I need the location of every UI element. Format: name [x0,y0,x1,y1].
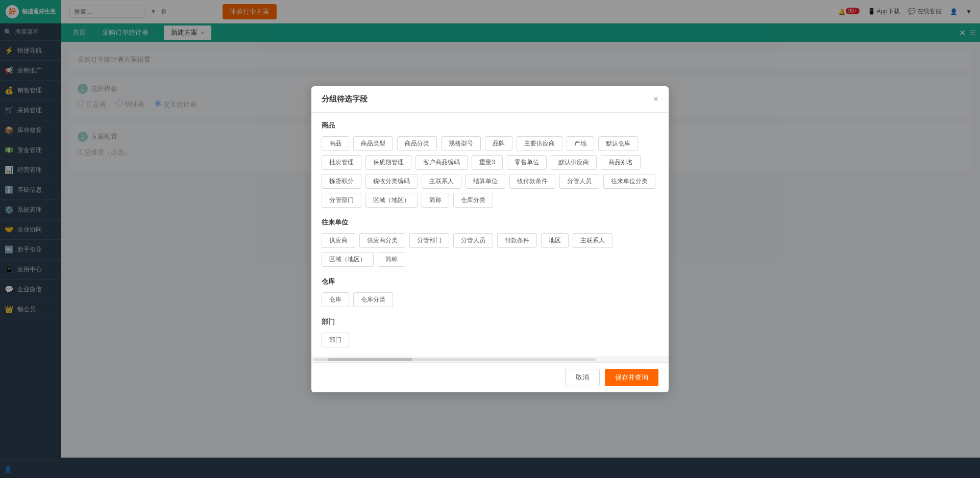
field-tag-0-18[interactable]: 结算单位 [465,174,505,189]
field-tags-3: 部门 [322,333,658,347]
field-tag-3-0[interactable]: 部门 [322,333,349,347]
field-tag-1-0[interactable]: 供应商 [322,233,355,248]
modal-hscroll [311,357,669,362]
field-tag-1-8[interactable]: 简称 [378,252,405,267]
cancel-button[interactable]: 取消 [565,369,600,386]
field-tag-0-16[interactable]: 税收分类编码 [365,174,418,189]
field-tags-1: 供应商供应商分类分管部门分管人员付款条件地区主联系人区域（地区）简称 [322,233,658,267]
modal-title: 分组待选字段 [322,94,368,104]
save-query-button[interactable]: 保存并查询 [605,369,658,386]
field-tag-0-1[interactable]: 商品类型 [353,136,393,151]
field-tag-1-5[interactable]: 地区 [541,233,569,248]
field-tag-0-17[interactable]: 主联系人 [422,174,461,189]
field-tag-0-8[interactable]: 批次管理 [322,155,361,170]
field-group-title-3: 部门 [322,317,658,326]
field-group-2: 仓库仓库仓库分类 [322,277,658,307]
field-tag-1-2[interactable]: 分管部门 [409,233,449,248]
field-tag-0-0[interactable]: 商品 [322,136,349,151]
modal-dialog: 分组待选字段 × 商品商品商品类型商品分类规格型号品牌主要供应商产地默认仓库批次… [311,86,669,392]
field-group-title-2: 仓库 [322,277,658,286]
field-tag-0-6[interactable]: 产地 [567,136,594,151]
field-tag-0-7[interactable]: 默认仓库 [598,136,638,151]
field-tag-0-14[interactable]: 商品别名 [601,155,641,170]
field-group-title-1: 往来单位 [322,218,658,227]
field-tag-0-19[interactable]: 收付款条件 [509,174,555,189]
field-tag-0-13[interactable]: 默认供应商 [551,155,597,170]
field-tag-0-2[interactable]: 商品分类 [397,136,437,151]
modal-header: 分组待选字段 × [311,86,669,113]
field-tag-0-24[interactable]: 简称 [422,193,449,208]
field-group-1: 往来单位供应商供应商分类分管部门分管人员付款条件地区主联系人区域（地区）简称 [322,218,658,267]
field-tag-0-10[interactable]: 客户商品编码 [415,155,468,170]
field-tag-0-23[interactable]: 区域（地区） [365,193,418,208]
field-group-title-0: 商品 [322,121,658,130]
field-tag-0-25[interactable]: 仓库分类 [453,193,493,208]
field-tag-1-6[interactable]: 主联系人 [573,233,612,248]
field-tag-1-1[interactable]: 供应商分类 [359,233,405,248]
field-tag-1-7[interactable]: 区域（地区） [322,252,374,267]
modal-overlay: 分组待选字段 × 商品商品商品类型商品分类规格型号品牌主要供应商产地默认仓库批次… [0,0,980,478]
modal-footer: 取消 保存并查询 [311,362,669,392]
field-tag-0-5[interactable]: 主要供应商 [517,136,562,151]
field-tag-0-15[interactable]: 拣货积分 [322,174,361,189]
field-tag-0-3[interactable]: 规格型号 [441,136,481,151]
field-tag-2-1[interactable]: 仓库分类 [353,292,393,307]
field-group-3: 部门部门 [322,317,658,347]
field-tag-1-3[interactable]: 分管人员 [453,233,493,248]
field-tag-0-22[interactable]: 分管部门 [322,193,361,208]
field-tags-2: 仓库仓库分类 [322,292,658,307]
modal-close-button[interactable]: × [653,94,658,104]
field-group-0: 商品商品商品类型商品分类规格型号品牌主要供应商产地默认仓库批次管理保质期管理客户… [322,121,658,208]
field-tag-0-4[interactable]: 品牌 [485,136,512,151]
field-tag-2-0[interactable]: 仓库 [322,292,349,307]
modal-body[interactable]: 商品商品商品类型商品分类规格型号品牌主要供应商产地默认仓库批次管理保质期管理客户… [311,113,669,357]
field-tag-0-11[interactable]: 重量3 [472,155,503,170]
field-tag-0-12[interactable]: 零售单位 [507,155,547,170]
field-tag-0-9[interactable]: 保质期管理 [365,155,411,170]
field-tag-1-4[interactable]: 付款条件 [497,233,537,248]
field-tags-0: 商品商品类型商品分类规格型号品牌主要供应商产地默认仓库批次管理保质期管理客户商品… [322,136,658,208]
field-tag-0-20[interactable]: 分管人员 [559,174,599,189]
field-tag-0-21[interactable]: 往来单位分类 [603,174,655,189]
